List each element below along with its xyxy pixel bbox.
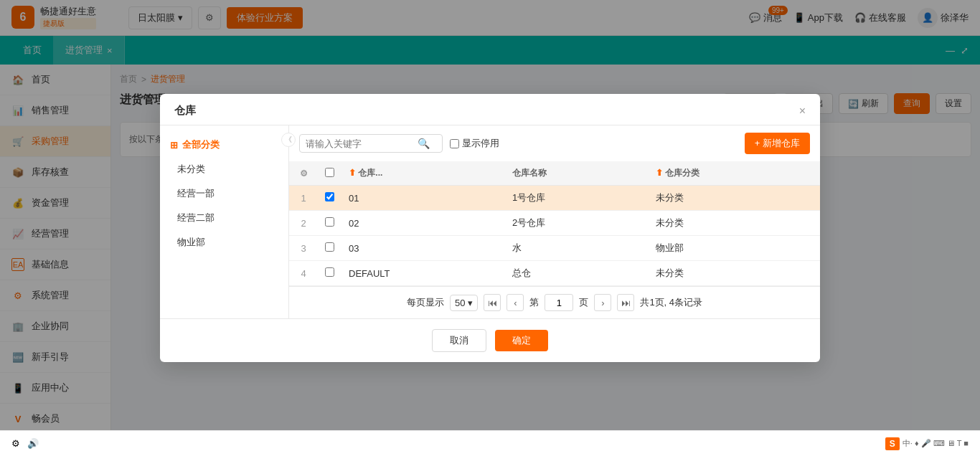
row-num: 4	[289, 261, 318, 286]
row-check[interactable]	[318, 236, 341, 261]
collapse-button[interactable]: 《	[281, 133, 296, 147]
show-disabled-label[interactable]: 显示停用	[450, 137, 499, 150]
page-size-select[interactable]: 50 ▾	[450, 295, 478, 311]
row-checkbox[interactable]	[325, 192, 334, 201]
warehouse-dialog: 仓库 × ⊞ 全部分类 未分类 经营一部 经营二部	[160, 94, 820, 362]
last-page-icon: ⏭	[621, 298, 631, 308]
page-suffix: 页	[579, 296, 588, 309]
table-toolbar: 🔍 显示停用 + 新增仓库	[289, 125, 820, 161]
row-code: 03	[341, 236, 505, 261]
col-header-code: ⬆ 仓库...	[341, 161, 505, 186]
show-disabled-checkbox[interactable]	[450, 139, 459, 148]
collapse-icon: 《	[285, 135, 292, 145]
col-header-name: 仓库名称	[505, 161, 649, 186]
bottom-bar: ⚙ 🔊 S 中· ♦ 🎤 ⌨ 🖥 T ■	[0, 430, 980, 456]
sort-code-icon: ⬆	[349, 168, 356, 178]
settings-bottom-icon[interactable]: ⚙	[11, 438, 20, 449]
dialog-body: ⊞ 全部分类 未分类 经营一部 经营二部 物业部 《	[160, 125, 820, 318]
data-table: ⚙ ⬆ 仓库... 仓库名称	[289, 161, 820, 286]
row-name: 1号仓库	[505, 186, 649, 211]
speaker-bottom-icon[interactable]: 🔊	[27, 438, 39, 449]
col-header-check	[318, 161, 341, 186]
next-page-button[interactable]: ›	[594, 294, 611, 311]
table-row[interactable]: 4 DEFAULT 总仓 未分类	[289, 261, 820, 286]
row-category: 物业部	[649, 236, 820, 261]
row-code: DEFAULT	[341, 261, 505, 286]
table-row[interactable]: 1 01 1号仓库 未分类	[289, 186, 820, 211]
row-num: 3	[289, 236, 318, 261]
row-name: 水	[505, 236, 649, 261]
row-checkbox[interactable]	[325, 242, 334, 252]
select-all-checkbox[interactable]	[325, 168, 334, 177]
dialog-header: 仓库 ×	[160, 94, 820, 125]
row-check[interactable]	[318, 186, 341, 211]
row-category: 未分类	[649, 186, 820, 211]
row-name: 总仓	[505, 261, 649, 286]
category-item-0[interactable]: 未分类	[160, 157, 288, 181]
col-header-settings: ⚙	[289, 161, 318, 186]
row-code: 02	[341, 211, 505, 236]
chevron-page-icon: ▾	[468, 298, 473, 308]
cancel-button[interactable]: 取消	[432, 329, 486, 352]
s-logo: S	[885, 437, 900, 450]
all-category-item[interactable]: ⊞ 全部分类	[160, 133, 288, 157]
search-input[interactable]	[306, 138, 413, 149]
category-item-3[interactable]: 物业部	[160, 230, 288, 255]
bottom-icons: 中· ♦ 🎤 ⌨ 🖥 T ■	[903, 438, 969, 449]
category-item-2[interactable]: 经营二部	[160, 206, 288, 230]
row-name: 2号仓库	[505, 211, 649, 236]
settings-col-icon: ⚙	[300, 168, 308, 179]
dialog-overlay: 仓库 × ⊞ 全部分类 未分类 经营一部 经营二部	[0, 0, 980, 456]
search-icon: 🔍	[418, 138, 430, 149]
all-category-label: 全部分类	[182, 138, 220, 151]
dialog-footer: 取消 确定	[160, 318, 820, 362]
page-input[interactable]	[545, 294, 573, 311]
last-page-button[interactable]: ⏭	[617, 294, 634, 311]
table-row[interactable]: 2 02 2号仓库 未分类	[289, 211, 820, 236]
category-item-1[interactable]: 经营一部	[160, 181, 288, 206]
confirm-button[interactable]: 确定	[495, 330, 548, 351]
row-check[interactable]	[318, 261, 341, 286]
bottom-logo: S 中· ♦ 🎤 ⌨ 🖥 T ■	[885, 437, 969, 450]
row-category: 未分类	[649, 211, 820, 236]
row-checkbox[interactable]	[325, 217, 334, 227]
grid-icon: ⊞	[170, 140, 178, 151]
next-page-icon: ›	[601, 298, 604, 308]
dialog-close-button[interactable]: ×	[799, 105, 806, 118]
pagination: 每页显示 50 ▾ ⏮ ‹ 第 页 ›	[289, 286, 820, 318]
category-panel: ⊞ 全部分类 未分类 经营一部 经营二部 物业部 《	[160, 125, 289, 318]
prev-page-button[interactable]: ‹	[507, 294, 524, 311]
row-num: 2	[289, 211, 318, 236]
col-header-category: ⬆ 仓库分类	[649, 161, 820, 186]
row-num: 1	[289, 186, 318, 211]
dialog-title: 仓库	[174, 104, 196, 118]
total-info: 共1页, 4条记录	[640, 296, 702, 309]
new-warehouse-button[interactable]: + 新增仓库	[745, 133, 810, 154]
row-checkbox[interactable]	[325, 267, 334, 277]
page-size-label: 每页显示	[407, 296, 444, 309]
first-page-button[interactable]: ⏮	[484, 294, 501, 311]
table-panel: 🔍 显示停用 + 新增仓库 ⚙	[289, 125, 820, 318]
search-box: 🔍	[299, 134, 443, 153]
row-code: 01	[341, 186, 505, 211]
prev-page-icon: ‹	[514, 298, 517, 308]
sort-cat-icon: ⬆	[656, 168, 663, 178]
row-check[interactable]	[318, 211, 341, 236]
table-header-row: ⚙ ⬆ 仓库... 仓库名称	[289, 161, 820, 186]
first-page-icon: ⏮	[488, 298, 497, 308]
page-label: 第	[529, 296, 539, 309]
row-category: 未分类	[649, 261, 820, 286]
table-row[interactable]: 3 03 水 物业部	[289, 236, 820, 261]
